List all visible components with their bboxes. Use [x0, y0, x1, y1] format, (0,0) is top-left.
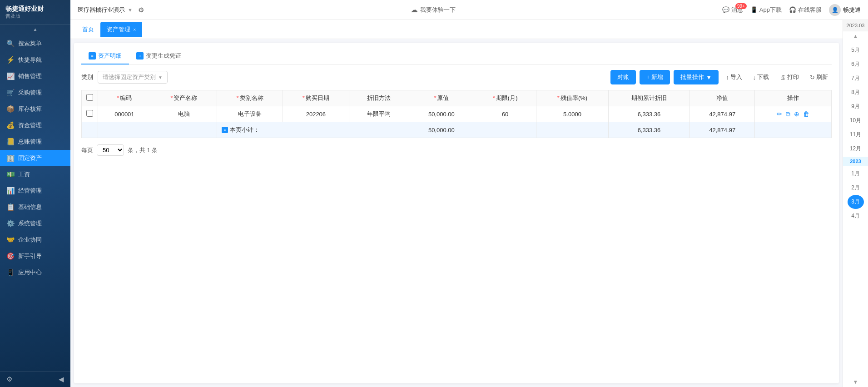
operations-icon: 📊	[6, 187, 15, 195]
subtotal-label: 本页小计：	[230, 126, 259, 134]
cal-month-prev-8月[interactable]: 8月	[843, 85, 868, 99]
cal-month-curr-2月[interactable]: 2月	[843, 181, 868, 195]
subtotal-original-value: 50,000.00	[409, 122, 474, 138]
sidebar: 畅捷通好业财 普及版 ▲ 🔍 搜索菜单 ⚡ 快捷导航 📈 销售管理 🛒 采购管理…	[0, 0, 70, 387]
right-panel: ◀ 2023.03 ▲ 5月6月7月8月9月10月11月12月20231月2月3…	[843, 20, 868, 387]
sidebar-item-label-payroll: 工资	[18, 170, 30, 179]
cal-month-prev-7月[interactable]: 7月	[843, 71, 868, 85]
calendar-header: 2023.03	[843, 20, 868, 31]
sidebar-item-label-operations: 经营管理	[18, 187, 42, 195]
cal-month-prev-9月[interactable]: 9月	[843, 99, 868, 114]
cal-month-curr-1月[interactable]: 1月	[843, 167, 868, 181]
subtotal-accumulated-depreciation: 6,333.36	[608, 122, 690, 138]
online-service-btn[interactable]: 🎧 在线客服	[789, 6, 822, 14]
copy-icon-0[interactable]: ⧉	[786, 110, 790, 118]
print-btn[interactable]: 🖨 打印	[776, 71, 803, 84]
cal-month-prev-10月[interactable]: 10月	[843, 114, 868, 128]
category-filter-placeholder: 请选择固定资产类别	[103, 73, 156, 81]
guide-icon: 🎯	[6, 252, 15, 260]
edit-icon-0[interactable]: ✏	[777, 110, 782, 118]
sidebar-scroll-up[interactable]: ▲	[0, 25, 70, 34]
th-actions: 操作	[755, 90, 832, 106]
cell-actions-0: ✏ ⧉ ⊕ 🗑	[755, 106, 832, 122]
sub-tab-asset-detail-label: 资产明细	[98, 52, 122, 60]
sidebar-item-system[interactable]: ⚙️ 系统管理	[0, 215, 70, 232]
tab-asset-management[interactable]: 资产管理 ×	[100, 22, 142, 37]
sidebar-item-label-search: 搜索菜单	[18, 40, 42, 48]
th-category: *类别名称	[217, 90, 283, 106]
more-icon-0[interactable]: ⊕	[794, 110, 799, 118]
sidebar-bottom: ⚙ ◀	[0, 371, 70, 387]
sidebar-item-basic_info[interactable]: 📋 基础信息	[0, 199, 70, 215]
subtotal-icon: ≡	[222, 127, 228, 133]
refresh-btn[interactable]: ↻ 刷新	[806, 71, 832, 84]
sidebar-item-funds[interactable]: 💰 资金管理	[0, 117, 70, 134]
calendar-scroll-down[interactable]: ▼	[851, 377, 860, 387]
import-btn[interactable]: ↑ 导入	[722, 71, 746, 84]
app-name: 畅捷通好业财	[5, 5, 65, 13]
company-selector[interactable]: 医疗器械行业演示 ▼	[78, 6, 133, 14]
asset-table: *编码 *资产名称 *类别名称 *购买日期 折旧方法 *原值 *期限(月) *残…	[81, 90, 832, 138]
cloud-icon: ☁	[411, 5, 418, 14]
sidebar-item-payroll[interactable]: 💵 工资	[0, 166, 70, 183]
cell-period-0: 60	[474, 106, 536, 122]
sidebar-item-apps[interactable]: 📱 应用中心	[0, 264, 70, 281]
app-download-btn[interactable]: 📱 App下载	[750, 6, 782, 14]
row-checkbox-0[interactable]	[86, 110, 93, 117]
th-original-value: *原值	[409, 90, 474, 106]
sub-tab-asset-detail[interactable]: ≡ 资产明细	[81, 48, 129, 64]
cal-month-curr-4月[interactable]: 4月	[843, 209, 868, 223]
quicknav-icon: ⚡	[6, 56, 15, 64]
cal-month-prev-12月[interactable]: 12月	[843, 142, 868, 156]
sidebar-item-label-apps: 应用中心	[18, 268, 42, 277]
sidebar-item-label-fixed_assets: 固定资产	[18, 154, 42, 162]
batch-arrow-icon: ▼	[706, 74, 712, 81]
messages-btn[interactable]: 💬 消息 99+	[722, 6, 743, 14]
sales-icon: 📈	[6, 72, 15, 80]
th-name: *资产名称	[151, 90, 217, 106]
search-icon: 🔍	[6, 40, 15, 48]
settings-icon[interactable]: ⚙	[6, 375, 12, 383]
sidebar-item-ledger[interactable]: 📒 总账管理	[0, 134, 70, 150]
cell-net-value-0: 42,874.97	[690, 106, 755, 122]
reconcile-btn[interactable]: 对账	[610, 70, 636, 84]
sidebar-item-guide[interactable]: 🎯 新手引导	[0, 248, 70, 264]
right-panel-collapse-btn[interactable]: ◀	[843, 194, 843, 213]
fixed_assets-icon: 🏢	[6, 154, 15, 162]
per-page-select[interactable]: 50 100 200	[97, 144, 124, 156]
sidebar-item-purchase[interactable]: 🛒 采购管理	[0, 84, 70, 101]
cal-month-prev-5月[interactable]: 5月	[843, 43, 868, 57]
toolbar: 类别 请选择固定资产类别 ▼ 对账 + 新增 批量操作 ▼	[81, 70, 832, 84]
cal-month-prev-11月[interactable]: 11月	[843, 128, 868, 142]
delete-icon-0[interactable]: 🗑	[803, 110, 809, 118]
sidebar-item-quicknav[interactable]: ⚡ 快捷导航	[0, 52, 70, 68]
category-filter[interactable]: 请选择固定资产类别 ▼	[98, 71, 168, 84]
sub-tab-change-voucher[interactable]: ↔ 变更生成凭证	[129, 48, 188, 64]
experience-btn[interactable]: ☁ 我要体验一下	[411, 5, 456, 14]
tab-home[interactable]: 首页	[78, 22, 99, 37]
download-btn[interactable]: ↓ 下载	[749, 71, 773, 84]
topbar-right: 💬 消息 99+ 📱 App下载 🎧 在线客服 👤 畅捷通	[722, 4, 861, 16]
topbar-gear-icon[interactable]: ⚙	[138, 6, 144, 14]
cal-month-curr-3月[interactable]: 3月	[848, 195, 864, 209]
tab-close-icon[interactable]: ×	[133, 27, 136, 32]
cal-month-prev-6月[interactable]: 6月	[843, 57, 868, 71]
subtotal-net-value: 42,874.97	[690, 122, 755, 138]
sidebar-item-enterprise[interactable]: 🤝 企业协同	[0, 232, 70, 248]
sidebar-item-fixed_assets[interactable]: 🏢 固定资产	[0, 150, 70, 166]
sidebar-item-search[interactable]: 🔍 搜索菜单	[0, 35, 70, 52]
service-label: 在线客服	[798, 6, 822, 14]
sidebar-item-inventory[interactable]: 📦 库存核算	[0, 101, 70, 117]
cell-category-0: 电子设备	[217, 106, 283, 122]
calendar-scroll-up[interactable]: ▲	[851, 31, 860, 41]
new-btn[interactable]: + 新增	[640, 70, 670, 84]
select-all-checkbox[interactable]	[86, 94, 93, 101]
sidebar-item-sales[interactable]: 📈 销售管理	[0, 68, 70, 84]
sidebar-item-operations[interactable]: 📊 经营管理	[0, 183, 70, 199]
basic_info-icon: 📋	[6, 203, 15, 211]
collapse-icon[interactable]: ◀	[59, 375, 64, 383]
page-main: 首页 资产管理 × ≡ 资产明细 ↔ 变更生成凭证	[70, 20, 843, 387]
user-menu[interactable]: 👤 畅捷通	[829, 4, 861, 16]
batch-btn[interactable]: 批量操作 ▼	[674, 70, 719, 84]
company-arrow-icon: ▼	[128, 7, 133, 13]
